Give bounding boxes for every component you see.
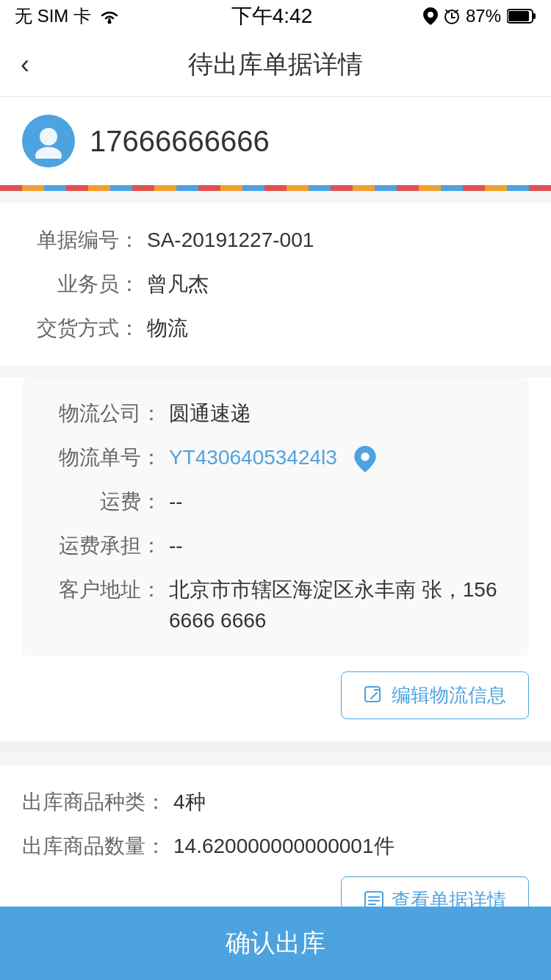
- customer-phone: 17666666666: [90, 125, 270, 158]
- svg-rect-5: [508, 11, 529, 21]
- avatar: [22, 115, 75, 167]
- gray-divider-1: [0, 741, 551, 753]
- address-row: 客户地址： 北京市市辖区海淀区永丰南 张，156 6666 6666: [44, 574, 507, 636]
- company-label: 物流公司：: [44, 398, 162, 429]
- goods-types-row: 出库商品种类： 4种: [22, 787, 529, 818]
- logistics-card: 物流公司： 圆通速递 物流单号： YT43064053424l3 运费： -- …: [22, 378, 529, 657]
- address-label: 客户地址：: [44, 574, 162, 605]
- svg-point-1: [428, 12, 433, 18]
- svg-point-7: [35, 147, 62, 159]
- confirm-bar[interactable]: 确认出库: [0, 907, 551, 980]
- edit-logistics-area: 编辑物流信息: [22, 671, 529, 719]
- order-no-row: 单据编号： SA-20191227-001: [22, 225, 529, 256]
- freight-bear-label: 运费承担：: [44, 530, 162, 561]
- goods-types-value: 4种: [173, 787, 529, 818]
- back-button[interactable]: ‹: [21, 49, 29, 80]
- salesman-label: 业务员：: [22, 269, 140, 300]
- tracking-row: 物流单号： YT43064053424l3: [44, 442, 507, 473]
- alarm-icon: [444, 7, 460, 25]
- freight-row: 运费： --: [44, 486, 507, 517]
- status-time: 下午4:42: [231, 2, 313, 30]
- delivery-label: 交货方式：: [22, 313, 140, 344]
- edit-logistics-button[interactable]: 编辑物流信息: [341, 671, 529, 719]
- delivery-value: 物流: [147, 313, 529, 344]
- sim-status: 无 SIM 卡: [15, 4, 91, 28]
- salesman-value: 曾凡杰: [147, 269, 529, 300]
- edit-icon: [364, 685, 384, 706]
- status-left: 无 SIM 卡: [15, 4, 120, 28]
- company-row: 物流公司： 圆通速递: [44, 398, 507, 429]
- logistics-section: 物流公司： 圆通速递 物流单号： YT43064053424l3 运费： -- …: [0, 378, 551, 741]
- user-avatar-icon: [31, 123, 66, 159]
- order-no-label: 单据编号：: [22, 225, 140, 256]
- order-no-value: SA-20191227-001: [147, 225, 529, 256]
- battery-percent: 87%: [466, 6, 501, 26]
- tracking-label: 物流单号：: [44, 442, 162, 473]
- tracking-value: YT43064053424l3: [169, 442, 507, 473]
- confirm-button-label: 确认出库: [226, 926, 325, 960]
- location-active-icon: [423, 7, 438, 25]
- salesman-row: 业务员： 曾凡杰: [22, 269, 529, 300]
- delivery-row: 交货方式： 物流: [22, 313, 529, 344]
- location-pin-icon[interactable]: [352, 446, 378, 472]
- freight-label: 运费：: [44, 486, 162, 517]
- nav-bar: ‹ 待出库单据详情: [0, 32, 551, 97]
- goods-quantity-label: 出库商品数量：: [22, 831, 166, 862]
- dashed-divider: [0, 185, 551, 191]
- svg-point-8: [361, 453, 369, 461]
- edit-logistics-label: 编辑物流信息: [392, 682, 506, 708]
- status-right: 87%: [423, 6, 536, 26]
- freight-value: --: [169, 486, 507, 517]
- address-value: 北京市市辖区海淀区永丰南 张，156 6666 6666: [169, 574, 507, 636]
- freight-bear-value: --: [169, 530, 507, 561]
- goods-types-label: 出库商品种类：: [22, 787, 166, 818]
- svg-point-6: [40, 128, 57, 145]
- order-info-section: 单据编号： SA-20191227-001 业务员： 曾凡杰 交货方式： 物流: [0, 203, 551, 366]
- goods-quantity-value: 14.620000000000001件: [173, 831, 529, 862]
- page-title: 待出库单据详情: [188, 48, 363, 82]
- wifi-icon: [98, 8, 120, 24]
- freight-bear-row: 运费承担： --: [44, 530, 507, 561]
- company-value: 圆通速递: [169, 398, 507, 429]
- svg-rect-4: [533, 13, 536, 19]
- goods-quantity-row: 出库商品数量： 14.620000000000001件: [22, 831, 529, 862]
- svg-point-0: [108, 21, 112, 24]
- status-bar: 无 SIM 卡 下午4:42 87%: [0, 0, 551, 32]
- customer-header: 17666666666: [0, 97, 551, 185]
- battery-icon: [507, 8, 536, 24]
